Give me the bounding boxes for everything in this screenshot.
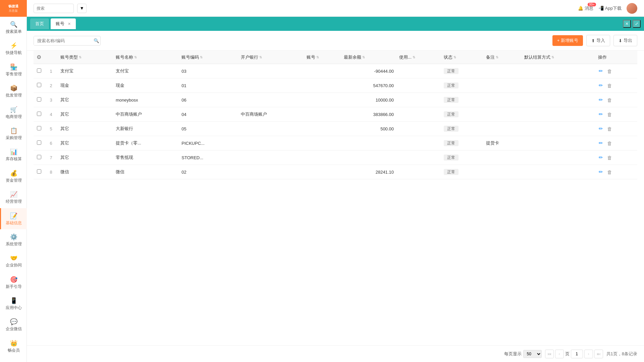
delete-button[interactable]: 🗑 (606, 168, 613, 176)
sidebar-item-app-center[interactable]: 📱 应用中心 (0, 293, 27, 314)
row-checkbox[interactable] (37, 68, 41, 73)
sidebar-item-vip-member[interactable]: 👑 畅会员 (0, 336, 27, 357)
cell-status: 正常 (441, 93, 483, 107)
th-bank[interactable]: 开户银行 ⇅ (238, 51, 304, 64)
delete-button[interactable]: 🗑 (606, 67, 613, 75)
cell-settlement (522, 165, 595, 179)
dropdown-button[interactable]: ▼ (77, 4, 87, 13)
table-wrap: ⚙ 账号类型 ⇅ 账号名称 ⇅ (27, 51, 644, 345)
first-page-button[interactable]: ⏮ (545, 350, 554, 358)
delete-button[interactable]: 🗑 (606, 125, 613, 132)
th-action: 操作 (595, 51, 637, 64)
cell-checkbox[interactable] (34, 78, 44, 93)
th-usage[interactable]: 使用... ⇅ (396, 51, 441, 64)
sidebar-item-inventory[interactable]: 📊 库存核算 (0, 144, 27, 165)
row-checkbox[interactable] (37, 126, 41, 130)
th-type[interactable]: 账号类型 ⇅ (58, 51, 113, 64)
purchase-mgmt-icon: 📋 (10, 127, 17, 134)
cell-usage (396, 165, 441, 179)
cell-checkbox[interactable] (34, 107, 44, 122)
delete-button[interactable]: 🗑 (606, 139, 613, 147)
sidebar-item-newbie-guide[interactable]: 🎯 新手引导 (0, 272, 27, 293)
next-page-button[interactable]: › (584, 350, 593, 358)
edit-button[interactable]: ✏ (598, 139, 604, 147)
th-settlement[interactable]: 默认结算方式 ⇅ (522, 51, 595, 64)
delete-button[interactable]: 🗑 (606, 154, 613, 161)
page-input[interactable] (571, 350, 583, 358)
cell-settlement (522, 64, 595, 78)
search-button[interactable]: 🔍 (91, 36, 101, 45)
tab-home[interactable]: 首页 (30, 18, 49, 29)
enterprise-wechat-icon: 💬 (10, 318, 17, 325)
th-status[interactable]: 状态 ⇅ (441, 51, 483, 64)
edit-button[interactable]: ✏ (598, 125, 604, 132)
last-page-button[interactable]: ⏭ (594, 350, 603, 358)
sidebar-item-search-menu[interactable]: 🔍 搜索菜单 (0, 17, 27, 38)
th-balance[interactable]: 最新余额 ⇅ (341, 51, 396, 64)
edit-button[interactable]: ✏ (598, 82, 604, 89)
sidebar-item-basic-info[interactable]: 📝 基础信息 (0, 208, 27, 229)
header-search-input[interactable] (34, 4, 74, 13)
cell-checkbox[interactable] (34, 93, 44, 107)
sidebar-item-enterprise-wechat[interactable]: 💬 企业微信 (0, 314, 27, 335)
edit-button[interactable]: ✏ (598, 111, 604, 118)
sidebar-item-retail-mgmt[interactable]: 🏪 零售管理 (0, 59, 27, 80)
cell-checkbox[interactable] (34, 165, 44, 179)
cell-settlement (522, 107, 595, 122)
cell-checkbox[interactable] (34, 122, 44, 136)
th-remark[interactable]: 备注 ⇅ (483, 51, 522, 64)
cell-checkbox[interactable] (34, 64, 44, 78)
edit-button[interactable]: ✏ (598, 67, 604, 75)
tab-close-icon[interactable]: ✕ (68, 22, 71, 26)
row-checkbox[interactable] (37, 169, 41, 174)
search-wrap: 🔍 (34, 36, 101, 46)
column-setting-icon[interactable]: ⚙ (37, 54, 41, 60)
sidebar-item-finance-mgmt[interactable]: 💰 资金管理 (0, 166, 27, 187)
basic-info-icon: 📝 (10, 212, 17, 220)
row-checkbox[interactable] (37, 155, 41, 159)
user-avatar[interactable] (627, 3, 637, 14)
page-nav: ⏮ ‹ 页 › ⏭ (545, 350, 603, 358)
cell-checkbox[interactable] (34, 150, 44, 165)
row-checkbox[interactable] (37, 112, 41, 116)
cell-name: 零售抵现 (113, 150, 179, 165)
sidebar-item-enterprise-agreement[interactable]: 🤝 企业协同 (0, 250, 27, 272)
sidebar-item-purchase-mgmt[interactable]: 📋 采购管理 (0, 123, 27, 144)
sidebar-item-wholesale-mgmt[interactable]: 📦 批发管理 (0, 80, 27, 102)
prev-page-button[interactable]: ‹ (555, 350, 564, 358)
delete-button[interactable]: 🗑 (606, 96, 613, 104)
edit-button[interactable]: ✏ (598, 154, 604, 161)
cell-action: ✏ 🗑 (595, 165, 637, 179)
app-download-button[interactable]: 📲 App下载 (598, 5, 622, 11)
edit-button[interactable]: ✏ (598, 96, 604, 104)
tab-account[interactable]: 账号 ✕ (51, 18, 76, 29)
cell-checkbox[interactable] (34, 136, 44, 150)
sidebar-item-ops-mgmt[interactable]: 📈 经营管理 (0, 187, 27, 208)
delete-button[interactable]: 🗑 (606, 111, 613, 118)
tab-expand-controls: ✕ ⤢ (623, 20, 641, 28)
edit-button[interactable]: ✏ (598, 168, 604, 176)
sidebar-item-ecommerce-mgmt[interactable]: 🛒 电商管理 (0, 102, 27, 123)
row-checkbox[interactable] (37, 97, 41, 102)
notification-button[interactable]: 🔔 消息 99+ (578, 5, 593, 11)
th-code[interactable]: 账号编码 ⇅ (179, 51, 238, 64)
cell-balance: 383866.00 (341, 107, 396, 122)
cell-balance: 547670.00 (341, 78, 396, 93)
row-checkbox[interactable] (37, 83, 41, 87)
new-account-button[interactable]: + 新增账号 (552, 35, 583, 46)
row-checkbox[interactable] (37, 140, 41, 145)
import-button[interactable]: ⬆ 导入 (586, 35, 610, 46)
delete-button[interactable]: 🗑 (606, 82, 613, 89)
th-name[interactable]: 账号名称 ⇅ (113, 51, 179, 64)
per-page-select[interactable]: 50 20 100 (523, 350, 542, 358)
sidebar-item-quick-nav[interactable]: ⚡ 快捷导航 (0, 38, 27, 59)
home-tab-label: 首页 (35, 21, 44, 27)
search-input[interactable] (34, 36, 91, 45)
tab-minimize-button[interactable]: ✕ (623, 20, 631, 28)
cell-account (304, 165, 341, 179)
th-account[interactable]: 账号 ⇅ (304, 51, 341, 64)
sidebar-item-sys-mgmt[interactable]: ⚙️ 系统管理 (0, 229, 27, 250)
tab-maximize-button[interactable]: ⤢ (633, 20, 641, 28)
pagination: 每页显示 50 20 100 ⏮ ‹ 页 › ⏭ 共1页，8条记录 (27, 345, 644, 362)
export-button[interactable]: ⬇ 导出 (613, 35, 637, 46)
